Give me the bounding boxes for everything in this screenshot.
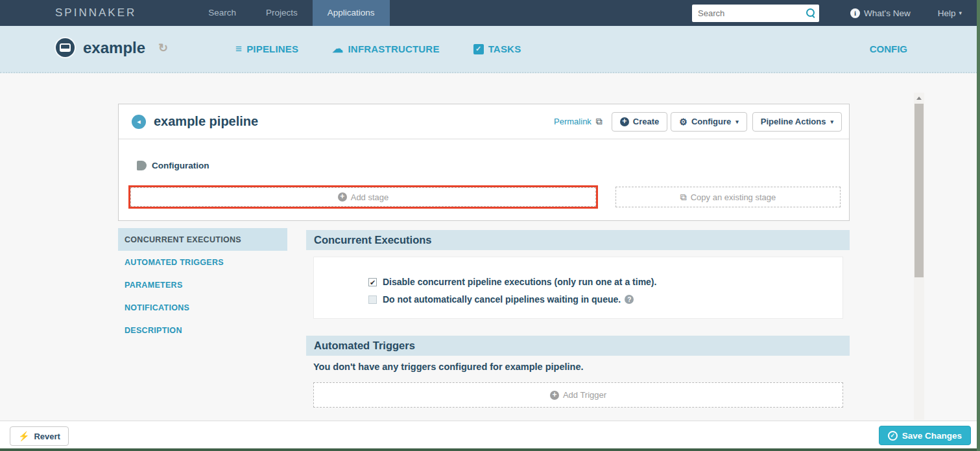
back-arrow-icon[interactable]: ◄: [132, 115, 146, 129]
permalink-link[interactable]: Permalink: [554, 117, 592, 126]
footer-action-bar: ⚡ Revert ✓ Save Changes: [0, 421, 980, 448]
configuration-stage-label: Configuration: [152, 161, 209, 170]
sidebar-item-concurrent-executions[interactable]: CONCURRENT EXECUTIONS: [118, 228, 287, 251]
copy-existing-stage-button[interactable]: ⧉ Copy an existing stage: [615, 187, 841, 207]
pipeline-actions-label: Pipeline Actions: [761, 117, 826, 126]
help-question-icon[interactable]: ?: [625, 295, 634, 304]
chevron-down-icon: ▾: [959, 10, 962, 16]
configure-button[interactable]: ⚙ Configure ▾: [671, 112, 747, 132]
pipeline-config-card: ◄ example pipeline Permalink ⧉ + Create …: [118, 104, 850, 221]
create-button-label: Create: [633, 117, 659, 126]
configuration-stage[interactable]: Configuration: [137, 161, 209, 170]
checkbox-no-auto-cancel[interactable]: [368, 295, 377, 304]
check-square-icon: ✓: [473, 44, 484, 54]
topnav-item-projects[interactable]: Projects: [251, 0, 313, 26]
tab-pipelines-label: PIPELINES: [246, 43, 298, 54]
gear-icon: ⚙: [679, 117, 687, 127]
automated-triggers-heading: Automated Triggers: [306, 336, 850, 356]
copy-icon: ⧉: [680, 192, 687, 203]
configure-button-label: Configure: [691, 117, 731, 126]
copy-stage-label: Copy an existing stage: [691, 192, 776, 202]
right-edge-strip: [977, 0, 980, 451]
add-stage-highlight-box: + Add stage: [128, 185, 598, 209]
revert-button[interactable]: ⚡ Revert: [10, 426, 69, 446]
create-button[interactable]: + Create: [612, 112, 667, 132]
help-menu[interactable]: Help ▾: [938, 8, 962, 18]
application-header: example ↻ ≡ PIPELINES ☁ INFRASTRUCTURE ✓…: [0, 26, 980, 73]
topnav-item-applications[interactable]: Applications: [313, 0, 390, 26]
topnav-item-search[interactable]: Search: [193, 0, 251, 26]
check-circle-icon: ✓: [888, 431, 898, 441]
concurrent-executions-heading: Concurrent Executions: [306, 230, 850, 250]
chevron-down-icon: ▾: [830, 119, 833, 125]
revert-button-label: Revert: [34, 432, 60, 441]
info-icon: i: [850, 8, 860, 18]
refresh-icon[interactable]: ↻: [158, 41, 168, 55]
save-changes-label: Save Changes: [902, 431, 962, 441]
concurrent-executions-panel: ✔ Disable concurrent pipeline executions…: [313, 257, 843, 319]
tab-infrastructure[interactable]: ☁ INFRASTRUCTURE: [332, 42, 439, 56]
tab-tasks-label: TASKS: [488, 43, 521, 54]
scrollbar-thumb[interactable]: [914, 104, 924, 277]
no-triggers-message: You don't have any triggers configured f…: [313, 362, 584, 372]
bottom-edge-strip: [0, 448, 980, 451]
settings-sidebar: CONCURRENT EXECUTIONS AUTOMATED TRIGGERS…: [118, 228, 287, 341]
add-trigger-button[interactable]: + Add Trigger: [313, 382, 843, 408]
stage-shape-icon: [137, 161, 147, 170]
search-input[interactable]: [698, 8, 806, 18]
global-search: [692, 5, 819, 22]
disable-concurrent-label: Disable concurrent pipeline executions (…: [383, 277, 656, 287]
save-changes-button[interactable]: ✓ Save Changes: [879, 426, 971, 445]
spinnaker-app: SPINNAKER Search Projects Applications i…: [0, 0, 980, 451]
add-trigger-container: + Add Trigger: [313, 382, 843, 408]
application-tabs: ≡ PIPELINES ☁ INFRASTRUCTURE ✓ TASKS: [235, 26, 521, 72]
copy-stage-container: ⧉ Copy an existing stage: [615, 187, 841, 207]
list-icon: ≡: [235, 43, 242, 56]
sidebar-item-description[interactable]: DESCRIPTION: [118, 319, 287, 341]
spinnaker-logo: SPINNAKER: [55, 6, 136, 19]
pipeline-actions-button[interactable]: Pipeline Actions ▾: [752, 112, 842, 132]
disable-concurrent-row: ✔ Disable concurrent pipeline executions…: [368, 277, 843, 287]
application-name: example: [83, 39, 145, 57]
tab-infrastructure-label: INFRASTRUCTURE: [348, 43, 439, 54]
tab-pipelines[interactable]: ≡ PIPELINES: [235, 43, 298, 56]
application-icon: [54, 37, 76, 58]
sidebar-item-parameters[interactable]: PARAMETERS: [118, 273, 287, 296]
lightning-icon: ⚡: [18, 431, 29, 441]
no-auto-cancel-label: Do not automatically cancel pipelines wa…: [383, 294, 621, 305]
checkbox-disable-concurrent[interactable]: ✔: [368, 278, 377, 286]
up-arrow-icon: [916, 97, 922, 100]
sidebar-item-automated-triggers[interactable]: AUTOMATED TRIGGERS: [118, 251, 287, 273]
plus-circle-icon: +: [338, 192, 347, 202]
plus-circle-icon: +: [620, 117, 629, 126]
chevron-down-icon: ▾: [735, 119, 739, 125]
add-trigger-label: Add Trigger: [563, 390, 606, 400]
clipboard-copy-icon[interactable]: ⧉: [596, 116, 603, 127]
sidebar-item-notifications[interactable]: NOTIFICATIONS: [118, 296, 287, 319]
pipeline-title: example pipeline: [154, 114, 554, 129]
whats-new-label: What's New: [864, 8, 911, 18]
topnav-menu: Search Projects Applications: [193, 0, 389, 26]
tab-config[interactable]: CONFIG: [870, 26, 907, 72]
application-identity: example ↻: [54, 37, 168, 58]
no-auto-cancel-row: Do not automatically cancel pipelines wa…: [368, 294, 843, 305]
cloud-icon: ☁: [332, 42, 343, 56]
help-label: Help: [938, 8, 956, 18]
pipeline-card-header: ◄ example pipeline Permalink ⧉ + Create …: [119, 104, 849, 139]
scrollbar-up-button[interactable]: [914, 93, 924, 103]
plus-circle-icon: +: [550, 391, 559, 400]
search-icon: [806, 8, 815, 17]
tab-tasks[interactable]: ✓ TASKS: [473, 43, 521, 54]
add-stage-button[interactable]: + Add stage: [130, 187, 596, 207]
top-navbar: SPINNAKER Search Projects Applications i…: [0, 0, 980, 26]
whats-new-link[interactable]: i What's New: [850, 8, 911, 18]
add-stage-label: Add stage: [351, 192, 389, 202]
topnav-right-group: i What's New Help ▾: [692, 0, 974, 26]
